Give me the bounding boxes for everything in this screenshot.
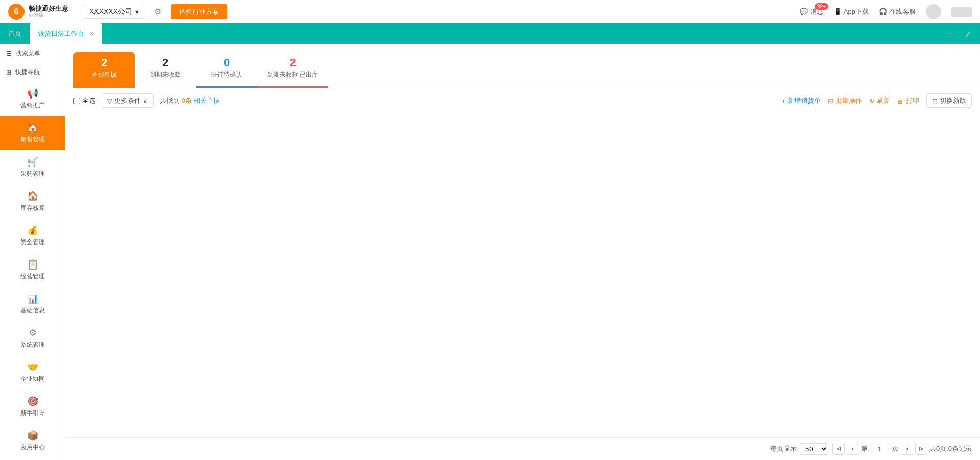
print-button[interactable]: 🖨 打印 xyxy=(897,96,919,105)
logo-area: 6 畅捷通好生意 标准版 xyxy=(8,4,74,20)
switch-icon: ⊡ xyxy=(932,97,938,105)
found-link[interactable]: 相关单据 xyxy=(193,96,220,104)
online-service-label: 在线客服 xyxy=(889,7,916,16)
last-page-button[interactable]: ⊳ xyxy=(915,443,927,455)
page-size-dropdown[interactable]: 50 100 200 xyxy=(800,443,828,455)
header-right: 💬 消息 99+ 📱 App下载 🎧 在线客服 xyxy=(800,4,972,19)
sidebar-item-app[interactable]: 📦 应用中心 xyxy=(0,424,65,458)
select-all-checkbox[interactable]: 全选 xyxy=(74,96,95,105)
batch-icon: ⊟ xyxy=(828,97,834,105)
sidebar-label-sales: 销售管理 xyxy=(20,135,45,144)
filter-label: 更多条件 xyxy=(114,96,141,105)
page-number-input[interactable] xyxy=(870,444,890,454)
trial-button[interactable]: 体验行业方案 xyxy=(171,4,227,19)
print-icon: 🖨 xyxy=(897,97,904,105)
toolbar-right: + 新增销货单 ⊟ 批量操作 ↻ 刷新 🖨 打印 ⊡ 切换新版 xyxy=(781,93,972,108)
sidebar-item-wechat[interactable]: 💬 企业微信 xyxy=(0,458,65,460)
sidebar-item-guide[interactable]: 🎯 新手引导 xyxy=(0,390,65,424)
stats-label-all: 全部单据 xyxy=(84,70,125,79)
search-icon: ☰ xyxy=(6,50,12,57)
switch-label: 切换新版 xyxy=(940,96,966,105)
sidebar-item-purchase[interactable]: 🛒 采购管理 xyxy=(0,150,65,184)
stats-tab-all[interactable]: 2 全部单据 xyxy=(74,52,135,88)
tab-home[interactable]: 首页 xyxy=(0,23,30,44)
page-suffix: 页 xyxy=(892,444,899,453)
refresh-button[interactable]: ↻ 刷新 xyxy=(869,96,890,105)
app-download-item[interactable]: 📱 App下载 xyxy=(834,7,869,16)
company-name: XXXXXX公司 xyxy=(89,7,132,16)
filter-icon: ▽ xyxy=(107,97,112,105)
app-icon: 📦 xyxy=(27,430,38,441)
sidebar-label-app: 应用中心 xyxy=(20,443,45,452)
user-extra xyxy=(951,7,972,17)
select-all-input[interactable] xyxy=(74,98,80,104)
tab-home-label: 首页 xyxy=(8,29,21,38)
found-count: 0条 xyxy=(182,96,192,104)
tab-maximize-button[interactable]: ⤢ xyxy=(962,28,974,40)
sidebar-label-purchase: 采购管理 xyxy=(20,170,45,178)
add-sales-order-button[interactable]: + 新增销货单 xyxy=(781,96,821,105)
stats-number-wangpu: 0 xyxy=(206,56,247,69)
basic-icon: 📊 xyxy=(27,293,38,304)
page-nav: ⊲ ‹ 第 页 › ⊳ 共0页,0条记录 xyxy=(832,443,972,455)
next-page-button[interactable]: › xyxy=(901,443,913,455)
add-icon: + xyxy=(781,97,786,105)
stats-tab-shipped[interactable]: 2 到期未收款 已出库 xyxy=(257,52,328,88)
sidebar-search[interactable]: ☰ 搜索菜单 xyxy=(0,44,65,63)
tab-close-icon[interactable]: ✕ xyxy=(89,31,94,37)
refresh-label: 刷新 xyxy=(877,96,890,105)
settings-icon[interactable]: ⚙ xyxy=(151,5,165,19)
stats-tab-overdue[interactable]: 2 到期未收款 xyxy=(135,52,196,88)
add-label: 新增销货单 xyxy=(788,96,821,105)
switch-version-button[interactable]: ⊡ 切换新版 xyxy=(926,93,972,108)
marketing-icon: 📢 xyxy=(27,88,38,99)
sidebar-item-basic[interactable]: 📊 基础信息 xyxy=(0,287,65,321)
purchase-icon: 🛒 xyxy=(27,156,38,167)
app-download-label: App下载 xyxy=(844,7,869,16)
avatar[interactable] xyxy=(926,4,941,19)
batch-operation-button[interactable]: ⊟ 批量操作 xyxy=(828,96,862,105)
prev-page-button[interactable]: ‹ xyxy=(847,443,859,455)
filter-button[interactable]: ▽ 更多条件 ∨ xyxy=(102,93,154,108)
tab-minimize-button[interactable]: ─ xyxy=(945,28,958,40)
sidebar-item-operation[interactable]: 📋 经营管理 xyxy=(0,253,65,287)
table-area xyxy=(65,113,980,437)
sidebar-item-finance[interactable]: 💰 资金管理 xyxy=(0,219,65,253)
sidebar-label-inventory: 库存核算 xyxy=(20,204,45,212)
sidebar-item-sales[interactable]: 🏠 销售管理 xyxy=(0,116,65,150)
sidebar-label-basic: 基础信息 xyxy=(20,306,45,315)
sidebar-nav[interactable]: ⊞ 快捷导航 xyxy=(0,63,65,82)
found-text: 共找到 0条 相关单据 xyxy=(160,96,220,105)
tab-workbench[interactable]: 钱货日清工作台 ✕ xyxy=(30,23,102,44)
sidebar-item-inventory[interactable]: 🏠 库存核算 xyxy=(0,184,65,219)
stats-tab-wangpu[interactable]: 0 旺铺待确认 xyxy=(196,52,257,88)
finance-icon: 💰 xyxy=(27,225,38,236)
sidebar-label-system: 系统管理 xyxy=(20,341,45,349)
sidebar-label-finance: 资金管理 xyxy=(20,238,45,247)
sidebar-item-system[interactable]: ⚙ 系统管理 xyxy=(0,321,65,355)
refresh-icon: ↻ xyxy=(869,97,875,105)
tab-workbench-label: 钱货日清工作台 xyxy=(38,29,84,38)
page-size-label: 每页显示 xyxy=(770,444,797,453)
stats-tabs: 2 全部单据 2 到期未收款 0 旺铺待确认 2 到期未收款 已出库 xyxy=(65,44,980,88)
sidebar-item-enterprise[interactable]: 🤝 企业协同 xyxy=(0,355,65,390)
sidebar-item-marketing[interactable]: 📢 营销推广 xyxy=(0,82,65,116)
messages-badge: 99+ xyxy=(815,3,828,10)
system-icon: ⚙ xyxy=(29,327,37,338)
stats-label-overdue: 到期未收款 xyxy=(145,70,186,79)
sales-icon: 🏠 xyxy=(27,122,38,133)
tab-bar: 首页 钱货日清工作台 ✕ ─ ⤢ xyxy=(0,23,980,44)
select-all-label: 全选 xyxy=(82,96,95,105)
app-title: 畅捷通好生意 xyxy=(29,5,68,13)
message-icon: 💬 xyxy=(800,8,808,15)
company-selector[interactable]: XXXXXX公司 ▾ xyxy=(84,5,144,19)
stats-number-shipped: 2 xyxy=(267,56,318,69)
app-subtitle: 标准版 xyxy=(29,12,68,18)
toolbar: 全选 ▽ 更多条件 ∨ 共找到 0条 相关单据 + 新增销货单 ⊟ 批量操作 xyxy=(65,88,980,113)
first-page-button[interactable]: ⊲ xyxy=(832,443,845,455)
page-total: 共0页,0条记录 xyxy=(929,444,972,453)
online-service-item[interactable]: 🎧 在线客服 xyxy=(879,7,916,16)
messages-item[interactable]: 💬 消息 99+ xyxy=(800,7,823,16)
guide-icon: 🎯 xyxy=(27,396,38,407)
service-icon: 🎧 xyxy=(879,8,887,15)
